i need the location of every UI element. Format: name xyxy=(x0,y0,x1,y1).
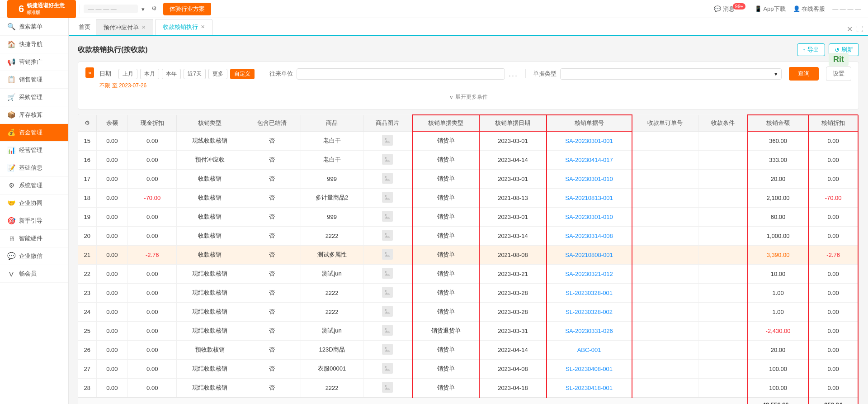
bill-no-link[interactable]: SA-20230301-010 xyxy=(565,214,613,220)
svg-point-1 xyxy=(385,138,387,140)
svg-rect-12 xyxy=(382,249,393,260)
bill-no-link[interactable]: ABC-001 xyxy=(577,347,601,353)
td-bill-no[interactable]: SL-20230418-001 xyxy=(547,378,632,398)
sidebar-item-3[interactable]: 📋销售管理 xyxy=(0,71,68,89)
bill-no-link[interactable]: SL-20230418-001 xyxy=(566,385,613,391)
td-writeoff-type: 现结收款核销 xyxy=(177,283,243,302)
date-this-month[interactable]: 本月 xyxy=(140,69,159,79)
partner-input[interactable] xyxy=(297,68,505,80)
date-custom[interactable]: 自定义 xyxy=(230,69,255,79)
query-button[interactable]: 查询 xyxy=(789,67,819,81)
date-this-year[interactable]: 本年 xyxy=(162,69,181,79)
bill-no-link[interactable]: SA-20210813-001 xyxy=(565,195,613,201)
bill-no-link[interactable]: SA-20230331-026 xyxy=(565,328,613,334)
tab-writeoff[interactable]: 收款核销执行 ✕ xyxy=(155,19,212,35)
td-bill-no[interactable]: SA-20230301-010 xyxy=(547,207,632,226)
th-settings[interactable]: ⚙ xyxy=(78,115,96,131)
date-last-month[interactable]: 上月 xyxy=(118,69,137,79)
td-bill-no[interactable]: SL-20230408-001 xyxy=(547,359,632,378)
sidebar-item-12[interactable]: 🖥智能硬件 xyxy=(0,230,68,247)
td-balance: 0.00 xyxy=(96,378,128,398)
td-included: 否 xyxy=(243,359,301,378)
filter-collapse-btn[interactable]: » xyxy=(85,67,94,78)
tab-home[interactable]: 首页 xyxy=(73,19,96,35)
partner-dots[interactable]: ... xyxy=(509,69,518,79)
tab-writeoff-close[interactable]: ✕ xyxy=(201,24,205,30)
sidebar-item-13[interactable]: 💬企业微信 xyxy=(0,247,68,265)
sidebar-icon-11: 🎯 xyxy=(7,217,15,225)
td-bill-no[interactable]: ABC-001 xyxy=(547,340,632,359)
td-bill-no[interactable]: SA-20230314-008 xyxy=(547,226,632,245)
date-more[interactable]: 更多 xyxy=(208,69,227,79)
bill-no-link[interactable]: SL-20230328-002 xyxy=(566,309,613,315)
date-7days[interactable]: 近7天 xyxy=(184,69,206,79)
td-included: 否 xyxy=(243,150,301,169)
tab-writeoff-label: 收款核销执行 xyxy=(163,23,198,31)
td-bill-type: 销货单 xyxy=(412,340,479,359)
sidebar-item-1[interactable]: 🏠快捷导航 xyxy=(0,36,68,53)
td-bill-no[interactable]: SA-20210808-001 xyxy=(547,245,632,264)
bill-no-link[interactable]: SA-20210808-001 xyxy=(565,252,613,258)
bill-no-link[interactable]: SA-20230301-010 xyxy=(565,176,613,182)
app-download-link[interactable]: 📱 App下载 xyxy=(755,5,785,13)
td-writeoff-discount: 0.00 xyxy=(808,359,858,378)
bill-no-link[interactable]: SA-20230301-001 xyxy=(565,138,613,144)
sidebar-item-4[interactable]: 🛒采购管理 xyxy=(0,89,68,106)
message-icon[interactable]: 💬 消息99+ xyxy=(714,5,747,13)
sidebar-item-14[interactable]: V畅会员 xyxy=(0,265,68,283)
th-goods: 商品 xyxy=(301,115,363,131)
voucher-type-dropdown-icon: ▾ xyxy=(774,71,778,77)
settings-icon[interactable]: ⚙ xyxy=(151,5,160,13)
td-writeoff-discount: 0.00 xyxy=(808,131,858,150)
td-bill-no[interactable]: SA-20230414-017 xyxy=(547,150,632,169)
td-included: 否 xyxy=(243,264,301,283)
totals-label xyxy=(78,398,748,404)
svg-rect-22 xyxy=(382,344,393,355)
td-bill-no[interactable]: SL-20230328-002 xyxy=(547,302,632,321)
td-goods-img xyxy=(363,302,412,321)
td-bill-no[interactable]: SL-20230328-001 xyxy=(547,283,632,302)
td-goods-img xyxy=(363,207,412,226)
bill-no-link[interactable]: SL-20230408-001 xyxy=(566,366,613,372)
td-writeoff-amount: 20.00 xyxy=(748,340,808,359)
td-bill-no[interactable]: SA-20230301-010 xyxy=(547,169,632,188)
td-writeoff-amount: 100.00 xyxy=(748,359,808,378)
voucher-type-select[interactable]: ▾ xyxy=(560,68,782,80)
bill-no-link[interactable]: SA-20230321-012 xyxy=(565,271,613,277)
td-bill-no[interactable]: SA-20210813-001 xyxy=(547,188,632,207)
bill-no-link[interactable]: SL-20230328-001 xyxy=(566,290,613,296)
td-goods-img xyxy=(363,340,412,359)
sidebar-item-0[interactable]: 🔍搜索菜单 xyxy=(0,18,68,36)
tab-prepay[interactable]: 预付冲应付单 ✕ xyxy=(96,19,153,35)
sidebar-item-7[interactable]: 📊经营管理 xyxy=(0,142,68,159)
sidebar-item-10[interactable]: 🤝企业协同 xyxy=(0,195,68,212)
td-bill-no[interactable]: SA-20230301-001 xyxy=(547,131,632,150)
export-button[interactable]: ↑ 导出 xyxy=(797,43,826,56)
svg-rect-4 xyxy=(382,173,393,184)
tab-prepay-close[interactable]: ✕ xyxy=(142,24,146,30)
td-cash-discount: -2.76 xyxy=(128,245,177,264)
th-bill-date: 核销单据日期 xyxy=(479,115,546,131)
sidebar-item-6[interactable]: 💰资金管理 xyxy=(0,124,68,142)
sidebar-item-11[interactable]: 🎯新手引导 xyxy=(0,212,68,230)
td-bill-no[interactable]: SA-20230331-026 xyxy=(547,321,632,340)
solution-button[interactable]: 体验行业方案 xyxy=(163,3,211,15)
sidebar-item-8[interactable]: 📝基础信息 xyxy=(0,159,68,177)
sidebar-label-9: 系统管理 xyxy=(19,181,42,190)
company-selector[interactable]: — — — — xyxy=(84,5,138,13)
window-expand-icon[interactable]: ⛶ xyxy=(856,25,863,33)
td-bill-no[interactable]: SA-20230321-012 xyxy=(547,264,632,283)
settings-button[interactable]: 设置 xyxy=(826,67,851,81)
expand-more-btn[interactable]: ∨ 展开更多条件 xyxy=(85,93,851,101)
sidebar-item-9[interactable]: ⚙系统管理 xyxy=(0,177,68,195)
window-close-icon[interactable]: ✕ xyxy=(847,25,853,33)
online-service-link[interactable]: 👤 在线客服 xyxy=(793,5,826,13)
td-writeoff-type: 收款核销 xyxy=(177,226,243,245)
td-included: 否 xyxy=(243,283,301,302)
bill-no-link[interactable]: SA-20230414-017 xyxy=(565,157,613,163)
bill-no-link[interactable]: SA-20230314-008 xyxy=(565,233,613,239)
sidebar-item-5[interactable]: 📦库存核算 xyxy=(0,106,68,124)
company-dropdown-icon[interactable]: ▾ xyxy=(142,6,148,12)
tab-prepay-label: 预付冲应付单 xyxy=(104,24,139,32)
sidebar-item-2[interactable]: 📢营销推广 xyxy=(0,53,68,71)
